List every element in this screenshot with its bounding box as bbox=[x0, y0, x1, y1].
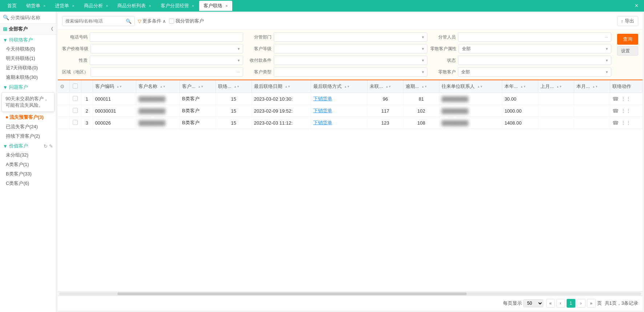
filter-scatter-attr-select[interactable]: 全部 ▾ bbox=[459, 44, 611, 53]
all-customers-header[interactable]: ⊞ 全部客户 《 bbox=[0, 24, 56, 35]
th-code[interactable]: 客户编码 ▲▼ bbox=[93, 80, 136, 93]
prev-page-btn[interactable]: ‹ bbox=[556, 299, 565, 308]
scrollbar-track[interactable] bbox=[59, 292, 641, 295]
tab-home[interactable]: 首页 bbox=[3, 1, 21, 11]
my-customers-toggle[interactable]: 我分管的客户 bbox=[169, 18, 204, 24]
sidebar-item-churn-warning[interactable]: 流失预警客户(3) bbox=[0, 113, 56, 122]
sidebar-item-7days[interactable]: 近7天待联络(0) bbox=[0, 63, 56, 73]
row-checkbox-1[interactable] bbox=[73, 108, 78, 113]
sidebar-item-tomorrow[interactable]: 明天待联络(1) bbox=[0, 54, 56, 63]
tab-analysis-list[interactable]: 商品分析列表 × bbox=[113, 1, 155, 11]
th-overdue[interactable]: 逾期... ▲▼ bbox=[403, 80, 439, 93]
filter-field-person: 分管人员 ··· bbox=[430, 32, 611, 42]
last-type-link-1[interactable]: 下销货单 bbox=[313, 108, 332, 113]
sidebar-item-class-a[interactable]: A类客户(1) bbox=[0, 160, 56, 169]
td-code-1: 00030031 bbox=[93, 105, 136, 117]
td-last-type-2[interactable]: 下销货单 bbox=[311, 117, 367, 129]
sidebar-item-today[interactable]: 今天待联络(0) bbox=[0, 44, 56, 54]
filter-status-select[interactable]: ▾ bbox=[458, 56, 611, 65]
close-all-btn[interactable]: × bbox=[632, 3, 641, 9]
last-type-link-2[interactable]: 下销货单 bbox=[313, 120, 332, 125]
more-conditions-btn[interactable]: ▽ 更多条件 ∧ bbox=[138, 18, 166, 24]
th-contact-person[interactable]: 往来单位联系人 ▲▼ bbox=[439, 80, 502, 93]
tab-customer-tier[interactable]: 客户分层经营 × bbox=[156, 1, 198, 11]
th-this-year[interactable]: 本年... ▲▼ bbox=[502, 80, 538, 93]
filter-status-arrow: ▾ bbox=[606, 58, 608, 63]
sidebar-item-overdue[interactable]: 逾期未联络(30) bbox=[0, 73, 56, 82]
tab-customer-contact[interactable]: 客户联络 × bbox=[199, 1, 232, 11]
action-contact-2[interactable]: ☎ bbox=[612, 120, 619, 126]
tab-purchase-close[interactable]: × bbox=[72, 4, 74, 8]
next-page-btn[interactable]: › bbox=[577, 299, 585, 308]
filter-search-input[interactable] bbox=[65, 19, 124, 24]
sidebar-item-class-c[interactable]: C类客户(6) bbox=[0, 179, 56, 188]
th-name[interactable]: 客户名称 ▲▼ bbox=[136, 80, 180, 93]
contact-person-blurred-2: ████████ bbox=[442, 120, 468, 126]
tab-analysis[interactable]: 商品分析 × bbox=[80, 1, 112, 11]
last-page-btn[interactable]: » bbox=[587, 299, 596, 308]
tab-analysis-close[interactable]: × bbox=[106, 4, 108, 8]
tab-customer-tier-close[interactable]: × bbox=[192, 4, 194, 8]
th-last-type[interactable]: 最后联络方式 ▲▼ bbox=[311, 80, 367, 93]
action-more-2[interactable]: ⋮⋮ bbox=[621, 120, 631, 126]
filter-region-select[interactable]: ··· bbox=[90, 67, 243, 77]
action-more-1[interactable]: ⋮⋮ bbox=[621, 108, 631, 114]
top-nav: 首页 销货单 × 进货单 × 商品分析 × 商品分析列表 × 客户分层经营 × … bbox=[0, 0, 644, 12]
th-contact[interactable]: 联络... ▲▼ bbox=[216, 80, 251, 93]
first-page-btn[interactable]: « bbox=[546, 299, 555, 308]
tab-analysis-list-close[interactable]: × bbox=[149, 4, 151, 8]
th-settings[interactable]: ⚙ bbox=[58, 80, 69, 93]
per-page-select[interactable]: 50 100 200 bbox=[523, 299, 543, 307]
td-checkbox-0[interactable] bbox=[69, 93, 81, 105]
filter-settings-btn[interactable]: 设置 bbox=[617, 46, 638, 56]
group-value-customers[interactable]: ▼ 价值客户 ↻ ✎ bbox=[0, 141, 56, 150]
header-checkbox[interactable] bbox=[73, 84, 78, 89]
my-customers-checkbox[interactable] bbox=[169, 19, 174, 24]
last-type-link-0[interactable]: 下销货单 bbox=[313, 96, 332, 101]
td-checkbox-1[interactable] bbox=[69, 105, 81, 117]
tab-purchase[interactable]: 进货单 × bbox=[51, 1, 79, 11]
filter-customer-level-select[interactable]: ▾ bbox=[274, 44, 427, 53]
sidebar-item-ungrouped[interactable]: 未分组(32) bbox=[0, 150, 56, 160]
horizontal-scrollbar[interactable] bbox=[58, 291, 643, 296]
filter-nature-select[interactable]: ▾ bbox=[90, 56, 243, 65]
tab-sales[interactable]: 销货单 × bbox=[22, 1, 50, 11]
sidebar-search-input[interactable] bbox=[11, 15, 53, 20]
action-more-0[interactable]: ⋮⋮ bbox=[621, 96, 631, 102]
th-last-date[interactable]: 最后联络日期 ▲▼ bbox=[251, 80, 311, 93]
row-checkbox-2[interactable] bbox=[73, 120, 78, 125]
action-contact-0[interactable]: ☎ bbox=[612, 96, 619, 102]
td-last-type-0[interactable]: 下销货单 bbox=[311, 93, 367, 105]
sidebar-item-declining[interactable]: 持续下滑客户(2) bbox=[0, 131, 56, 141]
sidebar-item-class-b[interactable]: B类客户(33) bbox=[0, 169, 56, 179]
th-checkbox[interactable] bbox=[69, 80, 81, 93]
scrollbar-thumb[interactable] bbox=[117, 292, 467, 295]
tab-sales-close[interactable]: × bbox=[43, 4, 45, 8]
td-checkbox-2[interactable] bbox=[69, 117, 81, 129]
filter-phone-input[interactable] bbox=[90, 32, 243, 42]
action-contact-1[interactable]: ☎ bbox=[612, 108, 619, 114]
filter-price-level-select[interactable]: ▾ bbox=[90, 44, 243, 53]
td-overdue-2: 108 bbox=[403, 117, 439, 129]
tab-customer-contact-close[interactable]: × bbox=[225, 4, 228, 8]
td-last-type-1[interactable]: 下销货单 bbox=[311, 105, 367, 117]
query-btn[interactable]: 查询 bbox=[617, 34, 638, 45]
filter-dept-select[interactable]: ▾ bbox=[274, 32, 427, 42]
filter-person-select[interactable]: ··· bbox=[458, 32, 611, 42]
filter-payment-select[interactable]: ▾ bbox=[274, 56, 427, 65]
filter-search-btn[interactable]: 🔍 bbox=[126, 19, 132, 24]
group-problem-customers[interactable]: ▼ 问题客户 bbox=[0, 82, 56, 92]
filter-customer-type-select[interactable]: ▾ bbox=[274, 67, 427, 77]
group-pending-contact[interactable]: ▼ 待联络客户 bbox=[0, 35, 56, 44]
table-settings-icon[interactable]: ⚙ bbox=[60, 84, 65, 89]
row-checkbox-0[interactable] bbox=[73, 96, 78, 101]
filter-scatter-select[interactable]: 全部 ▾ bbox=[458, 67, 611, 77]
td-last-month-2 bbox=[538, 117, 574, 129]
sidebar-item-churned[interactable]: 已流失客户(24) bbox=[0, 122, 56, 131]
export-btn[interactable]: ↑ 导出 bbox=[617, 16, 639, 26]
th-this-month[interactable]: 本月... ▲▼ bbox=[574, 80, 610, 93]
td-last-month-0 bbox=[538, 93, 574, 105]
th-type[interactable]: 客户... ▲▼ bbox=[180, 80, 216, 93]
th-uncontacted[interactable]: 未联... ▲▼ bbox=[367, 80, 403, 93]
th-last-month[interactable]: 上月... ▲▼ bbox=[538, 80, 574, 93]
